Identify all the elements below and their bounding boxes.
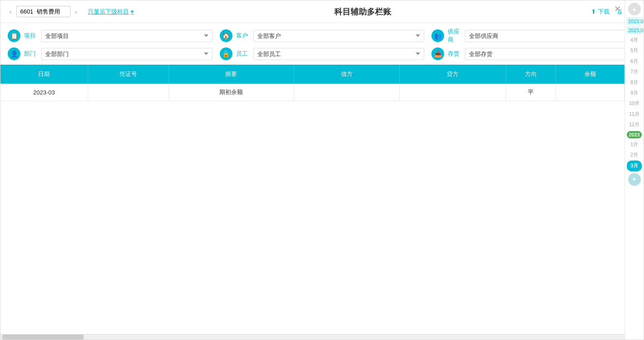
account-nav: ‹ › [8, 6, 79, 17]
cell-date: 2023-03 [0, 84, 88, 101]
employee-label: 员工 [236, 50, 250, 58]
customer-label: 客户 [236, 32, 250, 40]
inventory-label: 存货 [448, 50, 461, 58]
close-button[interactable]: ✕ [614, 4, 621, 14]
department-icon: 👤 [8, 47, 20, 60]
timeline-month-12[interactable]: 12月 [625, 119, 644, 130]
timeline-down-button[interactable]: ▼ [628, 173, 641, 186]
download-icon: ⬆ [591, 8, 596, 15]
cell-credit [400, 84, 506, 101]
timeline-month-2[interactable]: 2月 [625, 150, 644, 160]
page-title: 科目辅助多栏账 [139, 6, 586, 17]
inventory-icon: 📥 [431, 47, 444, 60]
show-sub-label: 只显示下级科目 [88, 8, 129, 16]
account-input[interactable] [16, 6, 71, 17]
department-select[interactable]: 全部部门 [41, 48, 213, 60]
customer-icon: 🏠 [220, 29, 232, 42]
timeline-month-10[interactable]: 10月 [625, 98, 644, 109]
col-header-voucher: 凭证号 [88, 65, 169, 84]
supplier-select[interactable]: 全部供应商 [465, 30, 636, 42]
table-container: 日期 凭证号 摘要 借方 贷方 方向 余额 2023-03 期初余额 平 [0, 65, 625, 101]
supplier-icon: 👥 [431, 29, 444, 42]
employee-icon: 🔒 [220, 47, 232, 60]
download-button[interactable]: ⬆ 下载 [591, 8, 610, 16]
timeline-up-button[interactable]: ▲ [628, 3, 641, 15]
cell-debit [294, 84, 400, 101]
filter-employee: 🔒 员工 全部员工 [220, 47, 425, 60]
project-icon: 📋 [8, 29, 20, 42]
col-header-credit: 贷方 [400, 65, 506, 84]
department-label: 部门 [24, 50, 38, 58]
timeline-date-2023-03-second[interactable]: 2023.03 [626, 26, 642, 34]
cell-direction: 平 [506, 84, 555, 101]
timeline-date-2023-03-first[interactable]: 2023.03 [626, 17, 642, 25]
filter-customer: 🏠 客户 全部客户 [220, 28, 425, 44]
employee-select[interactable]: 全部员工 [253, 48, 425, 60]
cell-voucher [88, 84, 169, 101]
timeline-panel: ▲ 2023.03 2023.03 4月 5月 6月 7月 8月 9月 10月 … [625, 0, 644, 340]
timeline-month-3-active[interactable]: 3月 [627, 161, 642, 171]
ledger-table: 日期 凭证号 摘要 借方 贷方 方向 余额 2023-03 期初余额 平 [0, 65, 625, 101]
col-header-summary: 摘要 [169, 65, 294, 84]
filters-panel: 📋 项目 全部项目 🏠 客户 全部客户 👥 供应商 全部供应商 👤 部门 全 [0, 23, 644, 65]
filter-supplier: 👥 供应商 全部供应商 [431, 28, 636, 44]
show-sub-filter[interactable]: 只显示下级科目 ▾ [88, 8, 134, 16]
chevron-down-icon: ▾ [131, 8, 134, 15]
customer-select[interactable]: 全部客户 [253, 30, 425, 42]
col-header-direction: 方向 [506, 65, 555, 84]
cell-summary: 期初余额 [169, 84, 294, 101]
timeline-month-7[interactable]: 7月 [625, 66, 644, 77]
main-window: ✕ ‹ › 只显示下级科目 ▾ 科目辅助多栏账 ⬆ 下载 🖨 打印 📋 [0, 0, 644, 340]
cell-balance [556, 84, 625, 101]
timeline-year-badge: 2023 [627, 131, 642, 138]
col-header-balance: 余额 [556, 65, 625, 84]
prev-account-button[interactable]: ‹ [8, 7, 14, 16]
timeline-month-6[interactable]: 6月 [625, 56, 644, 66]
inventory-select[interactable]: 全部存货 [465, 48, 636, 60]
timeline-month-5[interactable]: 5月 [625, 45, 644, 56]
project-select[interactable]: 全部项目 [41, 30, 213, 42]
timeline-month-1[interactable]: 1月 [625, 139, 644, 150]
filter-inventory: 📥 存货 全部存货 [431, 47, 636, 60]
timeline-month-9[interactable]: 9月 [625, 88, 644, 98]
col-header-date: 日期 [0, 65, 88, 84]
col-header-debit: 借方 [294, 65, 400, 84]
filter-project: 📋 项目 全部项目 [8, 28, 213, 44]
timeline-month-11[interactable]: 11月 [625, 109, 644, 119]
timeline-month-4[interactable]: 4月 [625, 35, 644, 45]
supplier-label: 供应商 [448, 28, 461, 44]
next-account-button[interactable]: › [73, 7, 79, 16]
scrollbar-thumb[interactable] [2, 335, 84, 340]
horizontal-scrollbar[interactable] [0, 334, 625, 340]
filter-department: 👤 部门 全部部门 [8, 47, 213, 60]
project-label: 项目 [24, 32, 38, 40]
table-header-row: 日期 凭证号 摘要 借方 贷方 方向 余额 [0, 65, 625, 84]
timeline-month-8[interactable]: 8月 [625, 77, 644, 88]
table-row[interactable]: 2023-03 期初余额 平 [0, 84, 625, 101]
header: ‹ › 只显示下级科目 ▾ 科目辅助多栏账 ⬆ 下载 🖨 打印 [0, 0, 644, 23]
